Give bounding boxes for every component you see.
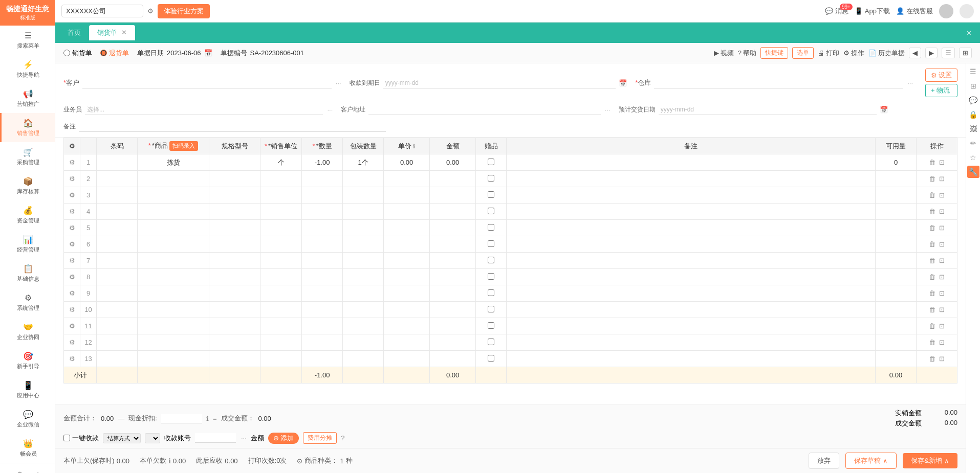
gift-checkbox-8[interactable] — [488, 289, 494, 296]
row-settings-icon-4[interactable]: ⚙ — [69, 224, 75, 232]
cell-spec-2[interactable] — [209, 187, 260, 204]
cell-remark-12[interactable] — [507, 351, 876, 367]
avatar[interactable] — [939, 4, 953, 18]
copy-icon-4[interactable]: ⊡ — [939, 224, 945, 232]
cell-qty-0[interactable]: -1.00 — [302, 154, 343, 171]
cell-unit-12[interactable] — [260, 351, 302, 367]
cell-unit-11[interactable] — [260, 334, 302, 351]
cell-pkg-12[interactable] — [343, 351, 384, 367]
tab-close-window[interactable]: ✕ — [962, 29, 976, 37]
gift-checkbox-5[interactable] — [488, 240, 494, 247]
action-video[interactable]: ▶ 视频 — [714, 49, 734, 58]
cell-pkg-2[interactable] — [343, 187, 384, 204]
cell-remark-7[interactable] — [507, 269, 876, 285]
gift-checkbox-11[interactable] — [488, 339, 494, 345]
cell-qty-12[interactable] — [302, 351, 343, 367]
cell-gift-3[interactable] — [476, 204, 507, 220]
row-settings-icon-8[interactable]: ⚙ — [69, 289, 75, 297]
cell-qty-8[interactable] — [302, 285, 343, 302]
sidebar-item-inventory[interactable]: 📦 库存核算 — [0, 171, 55, 200]
delete-icon-10[interactable]: 🗑 — [929, 322, 935, 330]
cell-spec-10[interactable] — [209, 318, 260, 334]
cell-amount-11[interactable] — [430, 334, 476, 351]
gift-checkbox-12[interactable] — [488, 355, 494, 362]
question-icon[interactable]: ? — [341, 434, 344, 442]
logistics-button[interactable]: + 物流 — [925, 84, 957, 97]
cell-unit-6[interactable] — [260, 253, 302, 269]
cell-unit-5[interactable] — [260, 236, 302, 253]
cell-barcode-1[interactable] — [97, 171, 138, 187]
cell-spec-9[interactable] — [209, 302, 260, 318]
delete-icon-7[interactable]: 🗑 — [929, 273, 935, 281]
copy-icon-12[interactable]: ⊡ — [939, 355, 945, 363]
copy-icon-8[interactable]: ⊡ — [939, 289, 945, 297]
warehouse-input[interactable]: 建材仓 — [654, 78, 903, 88]
cell-price-3[interactable] — [384, 204, 430, 220]
cell-pkg-7[interactable] — [343, 269, 384, 285]
cell-unit-1[interactable] — [260, 171, 302, 187]
copy-icon-10[interactable]: ⊡ — [939, 322, 945, 330]
cell-remark-6[interactable] — [507, 253, 876, 269]
cell-gift-0[interactable] — [476, 154, 507, 171]
row-settings-icon-6[interactable]: ⚙ — [69, 257, 75, 264]
cell-product-1[interactable] — [138, 171, 209, 187]
delete-icon-9[interactable]: 🗑 — [929, 306, 935, 313]
cell-price-7[interactable] — [384, 269, 430, 285]
cell-unit-7[interactable] — [260, 269, 302, 285]
cell-price-6[interactable] — [384, 253, 430, 269]
cell-pkg-4[interactable] — [343, 220, 384, 236]
cell-pkg-9[interactable] — [343, 302, 384, 318]
cell-product-8[interactable] — [138, 285, 209, 302]
customer-addr-input[interactable] — [368, 104, 600, 115]
cell-barcode-12[interactable] — [97, 351, 138, 367]
cell-product-7[interactable] — [138, 269, 209, 285]
account-input[interactable] — [195, 433, 236, 443]
cell-unit-9[interactable] — [260, 302, 302, 318]
cell-remark-1[interactable] — [507, 171, 876, 187]
delete-icon-4[interactable]: 🗑 — [929, 224, 935, 232]
cell-gift-8[interactable] — [476, 285, 507, 302]
gift-checkbox-6[interactable] — [488, 257, 494, 263]
cell-barcode-0[interactable] — [97, 154, 138, 171]
date-cal-icon[interactable]: 📅 — [204, 49, 212, 57]
copy-icon-1[interactable]: ⊡ — [939, 175, 945, 183]
sidebar-item-finance[interactable]: 💰 资金管理 — [0, 200, 55, 230]
cell-barcode-2[interactable] — [97, 187, 138, 204]
copy-icon-11[interactable]: ⊡ — [939, 339, 945, 346]
cell-amount-12[interactable] — [430, 351, 476, 367]
cell-barcode-10[interactable] — [97, 318, 138, 334]
delete-icon-5[interactable]: 🗑 — [929, 240, 935, 248]
sidebar-item-sales[interactable]: 🏠 销售管理 — [0, 113, 55, 142]
gift-checkbox-1[interactable] — [488, 175, 494, 182]
cell-qty-7[interactable] — [302, 269, 343, 285]
cell-price-4[interactable] — [384, 220, 430, 236]
action-help[interactable]: ? 帮助 — [738, 49, 756, 58]
cell-product-12[interactable] — [138, 351, 209, 367]
expected-delivery-cal-icon[interactable]: 📅 — [880, 106, 888, 114]
gift-checkbox-9[interactable] — [488, 306, 494, 312]
payment-due-cal-icon[interactable]: 📅 — [619, 79, 627, 87]
customer-input[interactable] — [82, 78, 332, 88]
right-panel-star[interactable]: ☆ — [967, 151, 979, 164]
delete-icon-3[interactable]: 🗑 — [929, 208, 935, 215]
action-shortcut[interactable]: 快捷键 — [760, 47, 788, 59]
cell-barcode-9[interactable] — [97, 302, 138, 318]
sidebar-item-quick-nav[interactable]: ⚡ 快捷导航 — [0, 55, 55, 84]
sidebar-item-member[interactable]: 👑 畅会员 — [0, 434, 55, 463]
trial-btn[interactable]: 体验行业方案 — [158, 4, 210, 18]
cell-gift-11[interactable] — [476, 334, 507, 351]
cell-remark-0[interactable] — [507, 154, 876, 171]
cell-gift-1[interactable] — [476, 171, 507, 187]
cell-pkg-10[interactable] — [343, 318, 384, 334]
discount-info-icon[interactable]: ℹ — [206, 415, 209, 422]
cell-remark-11[interactable] — [507, 334, 876, 351]
cell-remark-3[interactable] — [507, 204, 876, 220]
cell-barcode-8[interactable] — [97, 285, 138, 302]
settings-button[interactable]: ⚙ 设置 — [925, 69, 957, 82]
cell-product-0[interactable]: 拣货 — [138, 154, 209, 171]
cell-amount-8[interactable] — [430, 285, 476, 302]
cell-pkg-0[interactable]: 1个 — [343, 154, 384, 171]
one-click-payment-checkbox[interactable]: 一键收款 — [63, 434, 99, 443]
sidebar-item-guide[interactable]: 🎯 新手引导 — [0, 346, 55, 375]
warehouse-dots-btn[interactable]: ··· — [907, 79, 913, 87]
